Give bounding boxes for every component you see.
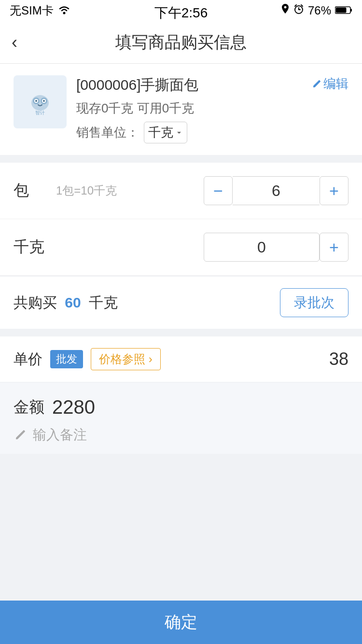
- product-name: [0000006]手撕面包: [76, 75, 312, 95]
- wifi-icon: [57, 4, 71, 17]
- amount-row: 金额 2280: [14, 396, 348, 418]
- status-bar: 无SIM卡 下午2:56 76%: [0, 0, 362, 21]
- svg-point-12: [35, 100, 37, 102]
- battery-text: 76%: [308, 4, 331, 17]
- summary-row: 共购买 60 千克 录批次: [0, 277, 362, 329]
- quantity-row-bao: 包 1包=10千克 − +: [0, 163, 362, 219]
- price-label: 单价: [14, 350, 42, 369]
- remark-row[interactable]: 输入备注: [14, 426, 348, 444]
- price-ref-button[interactable]: 价格参照 ›: [91, 348, 161, 370]
- increase-kg-button[interactable]: +: [320, 233, 348, 262]
- svg-rect-6: [336, 8, 347, 13]
- svg-point-0: [63, 12, 65, 14]
- quantity-row-kg: 千克 +: [0, 219, 362, 276]
- quantity-hint-bao: 1包=10千克: [56, 183, 204, 198]
- page-title: 填写商品购买信息: [115, 31, 247, 54]
- quantity-label-kg: 千克: [14, 237, 52, 258]
- quantity-controls-kg: +: [204, 233, 348, 262]
- increase-bao-button[interactable]: +: [320, 176, 348, 205]
- summary-text: 共购买 60 千克: [14, 293, 118, 313]
- remark-placeholder[interactable]: 输入备注: [33, 426, 87, 444]
- batch-button[interactable]: 录批次: [280, 288, 348, 317]
- nav-bar: ‹ 填写商品购买信息: [0, 21, 362, 64]
- decrease-bao-button[interactable]: −: [204, 176, 233, 205]
- quantity-kg-input[interactable]: [204, 233, 320, 262]
- quantity-controls-bao: − +: [204, 176, 348, 205]
- quantity-label-bao: 包: [14, 180, 52, 201]
- edit-button[interactable]: 编辑: [312, 75, 348, 92]
- product-unit-row: 销售单位： 千克: [76, 122, 348, 143]
- summary-amount: 60: [65, 294, 81, 310]
- product-image: 智计: [14, 75, 67, 128]
- unit-select[interactable]: 千克: [144, 122, 187, 143]
- price-section: 单价 批发 价格参照 › 38: [0, 336, 362, 382]
- product-card: 智计 [0000006]手撕面包 编辑 现存0千克 可用0千克 销售单位： 千克: [0, 64, 362, 155]
- product-info: [0000006]手撕面包 编辑 现存0千克 可用0千克 销售单位： 千克: [76, 75, 348, 143]
- carrier-text: 无SIM卡: [10, 3, 54, 18]
- product-stock: 现存0千克 可用0千克: [76, 100, 348, 117]
- alarm-icon: [293, 4, 304, 17]
- svg-point-13: [43, 100, 45, 102]
- quantity-section: 包 1包=10千克 − + 千克 +: [0, 163, 362, 276]
- back-button[interactable]: ‹: [12, 32, 17, 53]
- amount-value: 2280: [52, 396, 95, 418]
- svg-rect-5: [350, 9, 352, 12]
- status-right: 76%: [281, 4, 352, 17]
- amount-section: 金额 2280 输入备注: [0, 383, 362, 454]
- location-icon: [281, 4, 290, 17]
- amount-label: 金额: [14, 397, 44, 418]
- price-tag: 批发: [50, 350, 83, 368]
- confirm-button[interactable]: 确定: [0, 601, 362, 644]
- quantity-bao-input[interactable]: [233, 176, 320, 205]
- price-value: 38: [329, 349, 348, 369]
- status-left: 无SIM卡: [10, 3, 71, 18]
- status-time: 下午2:56: [154, 4, 208, 22]
- battery-icon: [335, 4, 352, 17]
- svg-text:智计: 智计: [35, 110, 45, 115]
